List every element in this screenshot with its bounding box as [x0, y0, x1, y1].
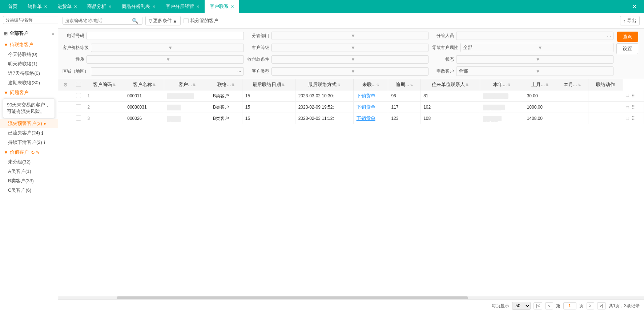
col-last-method[interactable]: 最后联络方式⇅ — [295, 79, 353, 90]
export-button[interactable]: ↑ 导出 — [620, 16, 640, 25]
dept-select[interactable]: ▼ — [271, 32, 429, 40]
col-contact[interactable]: 联络...⇅ — [210, 79, 242, 90]
col-gear[interactable]: ⚙ — [58, 79, 73, 90]
sidebar-collapse-icon[interactable]: « — [52, 31, 54, 36]
row3-check[interactable] — [73, 113, 84, 124]
row3-menu-icon[interactable]: ⠿ — [631, 116, 635, 121]
manager-input-area[interactable]: ··· — [456, 32, 613, 40]
nav-tab-3[interactable]: 商品分析列表 ✕ — [117, 0, 161, 13]
sidebar-item-a-class[interactable]: A类客户(1) — [0, 167, 58, 176]
sidebar-item-declining[interactable]: 持续下滑客户(2) ℹ — [0, 138, 58, 147]
filter-search-icon[interactable]: 🔍 — [132, 18, 138, 24]
per-page-select[interactable]: 50 100 200 — [512, 302, 531, 310]
declining-info-icon[interactable]: ℹ — [44, 140, 45, 145]
close-tab-4-icon[interactable]: ✕ — [196, 4, 200, 9]
sidebar-group-value[interactable]: ▼ 价值客户 ↻ ✎ — [0, 147, 58, 157]
cust-type-select[interactable]: ▼ — [271, 67, 429, 76]
phone-input[interactable] — [86, 32, 244, 40]
churned-info-icon[interactable]: ℹ — [41, 130, 43, 136]
my-checkbox[interactable] — [184, 18, 189, 23]
nav-tab-4[interactable]: 客户分层经营 ✕ — [161, 0, 205, 13]
filter-search-input[interactable] — [65, 18, 130, 23]
col-no-days[interactable]: 未联...⇅ — [353, 79, 388, 90]
nav-home[interactable]: 首页 — [3, 0, 23, 13]
row1-last-method[interactable]: 下销货单 — [353, 90, 388, 102]
manager-dots[interactable]: ··· — [607, 33, 611, 39]
filter-more-btn[interactable]: ▽ 更多条件 ▲ — [145, 16, 181, 25]
sidebar-group-pending[interactable]: ▼ 待联络客户 — [0, 40, 58, 50]
close-tab-1-icon[interactable]: ✕ — [74, 4, 77, 9]
set-button[interactable]: 设置 — [616, 43, 638, 54]
retail-attr-select[interactable]: 全部 ▼ — [460, 43, 613, 52]
close-tab-0-icon[interactable]: ✕ — [44, 4, 47, 9]
row2-checkbox[interactable] — [76, 104, 81, 109]
close-tab-5-icon[interactable]: ✕ — [231, 4, 234, 9]
retail-select[interactable]: 全部 ▼ — [456, 66, 613, 76]
sidebar-item-b-class[interactable]: B类客户(33) — [0, 176, 58, 186]
col-code[interactable]: 客户编码⇅ — [84, 79, 124, 90]
row2-check[interactable] — [73, 102, 84, 113]
sidebar-item-overdue[interactable]: 逾期未联络(30) — [0, 78, 58, 88]
region-dots[interactable]: ··· — [237, 69, 241, 74]
col-last-month[interactable]: 上月...⇅ — [524, 79, 556, 90]
nav-tab-0[interactable]: 销售单 ✕ — [23, 0, 52, 13]
window-close-button[interactable]: ✕ — [628, 3, 641, 10]
row1-menu-icon[interactable]: ⠿ — [631, 93, 635, 99]
row1-method-link[interactable]: 下销货单 — [357, 93, 375, 98]
col-this-year[interactable]: 本年...⇅ — [480, 79, 524, 90]
row1-check[interactable] — [73, 90, 84, 102]
row3-link-icon[interactable]: ⌗ — [626, 116, 629, 122]
first-page-button[interactable]: |< — [534, 302, 542, 309]
row3-checkbox[interactable] — [76, 116, 81, 121]
row1-checkbox[interactable] — [76, 93, 81, 98]
row1-link-icon[interactable]: ⌗ — [626, 93, 629, 99]
col-name[interactable]: 客户名称⇅ — [124, 79, 164, 90]
sidebar-item-churn-warning[interactable]: 流失预警客户(3) ● — [0, 119, 58, 128]
horizontal-scrollbar[interactable] — [58, 296, 644, 299]
sidebar-item-c-class[interactable]: C类客户(6) — [0, 186, 58, 195]
payment-select[interactable]: ▼ — [271, 55, 429, 64]
close-tab-2-icon[interactable]: ✕ — [108, 4, 112, 9]
next-page-button[interactable]: > — [587, 302, 594, 309]
edit-icon[interactable]: ✎ — [36, 150, 40, 155]
price-select[interactable]: ▼ — [91, 44, 244, 52]
row2-last-method[interactable]: 下销货单 — [353, 102, 388, 113]
nav-tab-2[interactable]: 商品分析 ✕ — [82, 0, 117, 13]
refresh-icon[interactable]: ↻ — [31, 150, 35, 155]
sidebar-item-tomorrow[interactable]: 明天待联络(1) — [0, 59, 58, 69]
last-page-button[interactable]: >| — [597, 302, 606, 309]
sidebar-item-churned[interactable]: 已流失客户(24) ℹ — [0, 128, 58, 138]
sidebar-item-ungroup[interactable]: 未分组(32) — [0, 157, 58, 167]
col-contact-person[interactable]: 往来单位联系人⇅ — [420, 79, 480, 90]
nav-tab-1[interactable]: 进货单 ✕ — [52, 0, 82, 13]
sidebar-item-today[interactable]: 今天待联络(0) — [0, 50, 58, 59]
col-type[interactable]: 客户...⇅ — [164, 79, 210, 90]
gender-select[interactable]: ▼ — [86, 55, 244, 64]
total-info: 共1页，3条记录 — [609, 303, 640, 309]
region-input-area[interactable]: ··· — [91, 67, 244, 76]
row3-method-link[interactable]: 下销货单 — [357, 116, 375, 121]
sidebar-search-input[interactable] — [3, 16, 63, 24]
scrollbar-thumb[interactable] — [117, 296, 468, 299]
nav-tab-5[interactable]: 客户联系 ✕ — [205, 0, 239, 13]
col-check[interactable] — [73, 79, 84, 90]
select-all-checkbox[interactable] — [76, 82, 81, 87]
prev-page-button[interactable]: < — [545, 302, 553, 309]
col-this-month[interactable]: 本月...⇅ — [556, 79, 588, 90]
sidebar-group-problem[interactable]: ▼ 问题客户 — [0, 88, 58, 98]
status-select[interactable]: ▼ — [456, 55, 613, 64]
row2-menu-icon[interactable]: ⠿ — [631, 104, 635, 110]
row2-method-link[interactable]: 下销货单 — [357, 104, 375, 110]
sidebar-item-7days[interactable]: 近7天待联络(0) — [0, 69, 58, 78]
sidebar-root-title[interactable]: ⊞ 全部客户 « — [0, 27, 58, 40]
filter-my-checkbox[interactable]: 我分管的客户 — [184, 17, 218, 24]
col-overdue[interactable]: 逾期...⇅ — [388, 79, 420, 90]
query-button[interactable]: 查询 — [617, 32, 638, 42]
page-number-input[interactable] — [563, 302, 576, 309]
row2-link-icon[interactable]: ⌗ — [626, 104, 629, 110]
row3-last-method[interactable]: 下销货单 — [353, 113, 388, 124]
grade-select[interactable]: ▼ — [271, 44, 429, 52]
close-tab-3-icon[interactable]: ✕ — [152, 4, 156, 9]
table-gear-icon[interactable]: ⚙ — [63, 82, 68, 88]
col-last-date[interactable]: 最后联络日期⇅ — [242, 79, 295, 90]
